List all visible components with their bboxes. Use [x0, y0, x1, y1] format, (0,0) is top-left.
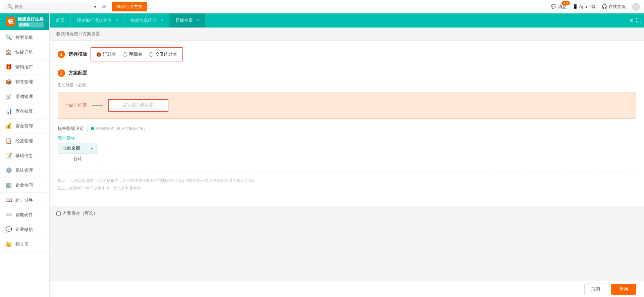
sales-icon: 📦: [5, 79, 12, 85]
indicator-table-row: 合计: [58, 154, 98, 164]
tab-bank-flow[interactable]: 现金银行流水查询 ×: [71, 13, 124, 28]
tab-new-plan-close[interactable]: ×: [197, 18, 199, 22]
sidebar-label-finance: 资金管理: [15, 123, 33, 129]
tab-new-plan[interactable]: 新建方案 ×: [169, 13, 206, 28]
sidebar-label-system: 系统管理: [15, 167, 33, 174]
radio-cross-input[interactable]: [149, 52, 153, 57]
online-support-label: 在线客服: [608, 4, 626, 10]
logo-icon: 畅: [6, 17, 15, 27]
sidebar-label-enterprise: 企业协同: [15, 182, 33, 188]
top-right-actions: 💬 消息 99+ 📱 App下载 🎧 在线客服: [551, 3, 640, 11]
messages-button[interactable]: 💬 消息 99+: [551, 4, 567, 10]
quick-nav-icon: 🏠: [5, 49, 12, 55]
sidebar-label-hardware: 智能硬件: [15, 212, 33, 218]
wechat-icon: 💬: [5, 226, 12, 233]
tab-payment-stats-close[interactable]: ×: [161, 18, 163, 22]
sidebar-label-guide: 新手引导: [15, 197, 33, 203]
tab-home[interactable]: 首页: [50, 13, 71, 28]
content-area: 首页 现金银行流水查询 × 收款情况统计 × 新建方案 × ✕ ⛶ 收款情况统计…: [50, 13, 644, 297]
tip-line2: 2.点击标题栏下拉可设置排序、插入列和删除列: [58, 186, 636, 191]
radio-group-template: 汇总表 明细表 交叉统计表: [97, 51, 177, 57]
indicator-table-label: 统计指标: [58, 135, 636, 141]
radio-cross[interactable]: 交叉统计表: [149, 51, 177, 57]
sidebar-item-basic-info[interactable]: 📝 基础信息: [0, 148, 49, 163]
tab-payment-stats[interactable]: 收款情况统计 ×: [124, 13, 169, 28]
step1-section: 1 选择模板 汇总表 明细表: [58, 47, 636, 61]
sidebar-item-inventory[interactable]: 📊 库存核算: [0, 104, 49, 119]
draggable-dot-active: [91, 127, 94, 130]
non-draggable-tag: 不可拖动位置）: [117, 126, 147, 131]
online-support-button[interactable]: 🎧 在线客服: [602, 4, 626, 10]
sidebar-item-member[interactable]: 👑 畅会员: [0, 237, 49, 252]
app-download-label: App下载: [579, 4, 596, 10]
indicator-header-cell: 收款金额: [63, 145, 80, 151]
sidebar: 畅 畅捷通好生意 标准版 🔍 搜索菜单 🏠 快捷导航 🎁 营销推广 📦 销售管理…: [0, 13, 50, 297]
draggable-label: 可拖动位置: [96, 126, 114, 131]
message-icon: 💬: [551, 4, 556, 9]
tab-bank-flow-label: 现金银行流水查询: [77, 17, 112, 23]
tab-bar-actions: ✕ ⛶: [629, 13, 644, 28]
sidebar-item-finance[interactable]: 💰 资金管理: [0, 119, 49, 134]
radio-summary-input[interactable]: [97, 52, 101, 57]
sidebar-item-purchase[interactable]: 🛒 采购管理: [0, 89, 49, 104]
sidebar-label-operations: 经营管理: [15, 138, 33, 144]
sidebar-item-system[interactable]: ⚙️ 系统管理: [0, 163, 49, 178]
bottom-action-bar: 取消 查询: [50, 281, 644, 297]
guide-icon: 📖: [5, 197, 12, 203]
sidebar-item-enterprise[interactable]: 🏢 企业协同: [0, 178, 49, 193]
sidebar-item-operations[interactable]: 📋 经营管理: [0, 134, 49, 148]
tab-expand-icon[interactable]: ⛶: [636, 17, 641, 23]
save-option-checkbox[interactable]: 方案保存（可选）: [56, 210, 98, 216]
dimension-arrow: ——: [92, 102, 103, 108]
sidebar-item-guide[interactable]: 📖 新手引导: [0, 193, 49, 207]
query-button[interactable]: 查询: [611, 284, 636, 295]
radio-detail-input[interactable]: [123, 52, 127, 57]
user-avatar[interactable]: [632, 3, 640, 11]
radio-detail[interactable]: 明细表: [123, 51, 142, 57]
sidebar-item-search-menu[interactable]: 🔍 搜索菜单: [0, 30, 49, 45]
page-content: 收款情况统计方案设置 1 选择模板 汇总表: [50, 28, 644, 281]
sidebar-item-quick-nav[interactable]: 🏠 快捷导航: [0, 45, 49, 60]
operations-icon: 📋: [5, 138, 12, 144]
search-input[interactable]: [15, 4, 88, 9]
radio-summary[interactable]: 汇总表: [97, 51, 116, 57]
non-draggable-label: 不可拖动位置）: [121, 126, 147, 131]
enterprise-icon: 🏢: [5, 182, 12, 188]
tab-home-label: 首页: [56, 17, 64, 23]
save-checkbox-input[interactable]: [56, 211, 61, 216]
save-checkbox-label: 方案保存（可选）: [63, 210, 98, 216]
system-icon: ⚙️: [5, 167, 12, 174]
dropdown-button[interactable]: ▾: [94, 4, 96, 9]
sidebar-item-hardware[interactable]: ⌨️ 智能硬件: [0, 207, 49, 222]
form-container: 1 选择模板 汇总表 明细表: [50, 41, 644, 206]
dimension-label-text: 汇总维度（必选）: [58, 83, 90, 87]
step2-badge: 2: [58, 69, 65, 77]
step1-header: 1 选择模板 汇总表 明细表: [58, 47, 636, 61]
tab-payment-stats-label: 收款情况统计: [130, 17, 157, 23]
sidebar-label-member: 畅会员: [15, 241, 29, 247]
messages-badge: 99+: [561, 1, 570, 5]
version-tag: 标准版: [18, 22, 44, 28]
cancel-button[interactable]: 取消: [584, 284, 607, 295]
trial-button[interactable]: 体验行业方案: [112, 2, 147, 11]
tab-bank-flow-close[interactable]: ×: [116, 18, 118, 22]
settings-gear-icon[interactable]: ⚙: [102, 3, 106, 10]
sidebar-label-basic-info: 基础信息: [15, 153, 33, 159]
radio-cross-label: 交叉统计表: [155, 51, 177, 57]
dimension-config: 汇总维度（必选） 纵向维度 —— 请选择分组维度: [58, 82, 636, 119]
dimension-select-button[interactable]: 请选择分组维度: [108, 99, 168, 112]
indicator-table-header[interactable]: 收款金额 ▾: [58, 143, 98, 154]
radio-summary-label: 汇总表: [103, 51, 116, 57]
main-layout: 畅 畅捷通好生意 标准版 🔍 搜索菜单 🏠 快捷导航 🎁 营销推广 📦 销售管理…: [0, 13, 644, 297]
tab-close-all-icon[interactable]: ✕: [629, 17, 633, 24]
step1-badge: 1: [58, 51, 65, 58]
sidebar-label-sales: 销售管理: [15, 79, 33, 85]
sidebar-item-sales[interactable]: 📦 销售管理: [0, 75, 49, 89]
sidebar-item-marketing[interactable]: 🎁 营销推广: [0, 60, 49, 75]
app-download-button[interactable]: 📱 App下载: [573, 4, 596, 10]
search-menu-icon: 🔍: [5, 34, 12, 41]
dimension-label: 汇总维度（必选）: [58, 82, 636, 88]
indicator-dropdown-arrow[interactable]: ▾: [91, 146, 93, 151]
download-icon: 📱: [573, 4, 578, 9]
sidebar-item-wechat[interactable]: 💬 企业微信: [0, 222, 49, 237]
